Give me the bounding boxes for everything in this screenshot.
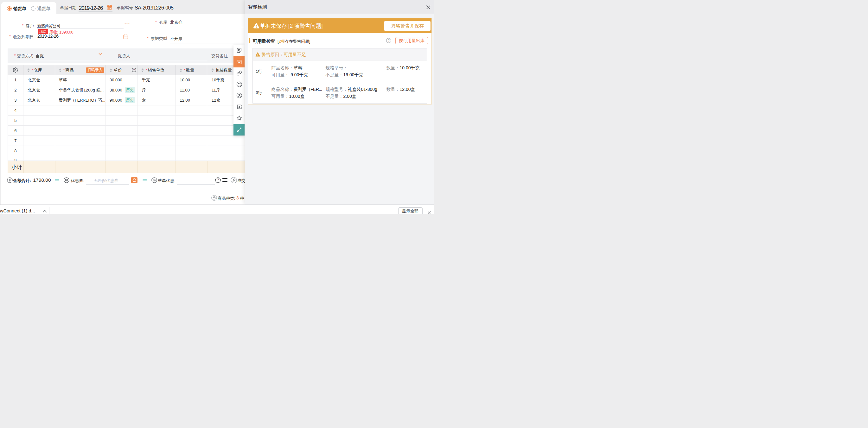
svg-text:?: ?	[217, 178, 219, 182]
svg-text:?: ?	[133, 68, 135, 71]
svg-text:?: ?	[388, 39, 390, 42]
